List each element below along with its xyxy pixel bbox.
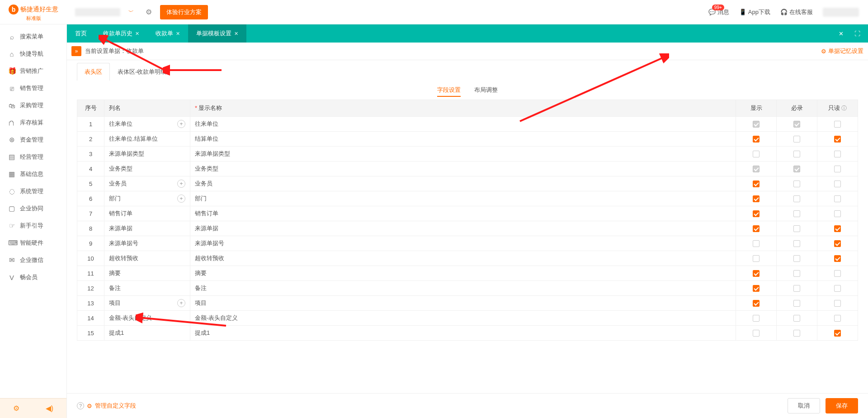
online-service-link[interactable]: 🎧在线客服 (780, 8, 813, 16)
add-icon[interactable]: + (177, 195, 185, 203)
sidebar-item-1[interactable]: ⌂快捷导航 (0, 45, 66, 62)
cell-display[interactable]: 来源单据类型 (190, 147, 736, 162)
page-tab-3[interactable]: 单据模板设置✕ (188, 24, 246, 43)
account-selector[interactable]: ﹀ ⚙ (75, 8, 152, 16)
checkbox[interactable] (834, 300, 841, 307)
cell-display[interactable]: 来源单据号 (190, 236, 736, 251)
settings-icon[interactable]: ⚙ (13, 404, 19, 413)
mode-tab-0[interactable]: 字段设置 (437, 84, 461, 97)
cell-display[interactable]: 来源单据 (190, 221, 736, 236)
memory-settings-link[interactable]: ⚙ 单据记忆设置 (821, 47, 863, 55)
sidebar-item-5[interactable]: ⛫库存核算 (0, 114, 66, 131)
help-circle-icon[interactable]: ? (77, 402, 84, 409)
area-tab-1[interactable]: 表体区-收款单明细 (110, 63, 174, 81)
cell-display[interactable]: 业务类型 (190, 162, 736, 176)
checkbox[interactable] (834, 270, 841, 277)
sidebar-item-3[interactable]: ⎚销售管理 (0, 80, 66, 97)
checkbox[interactable] (793, 315, 800, 322)
collapse-icon[interactable]: ◀) (46, 404, 53, 413)
sidebar-item-9[interactable]: ◌系统管理 (0, 183, 66, 200)
help-icon[interactable]: ⓘ (841, 105, 847, 111)
checkbox[interactable] (753, 330, 760, 337)
checkbox[interactable] (834, 330, 841, 337)
checkbox[interactable] (753, 270, 760, 277)
checkbox[interactable] (793, 136, 800, 142)
checkbox[interactable] (753, 151, 760, 157)
expand-toggle-icon[interactable]: » (71, 46, 81, 56)
checkbox[interactable] (834, 151, 841, 157)
sidebar-item-12[interactable]: ⌨智能硬件 (0, 234, 66, 252)
checkbox[interactable] (834, 136, 841, 142)
gear-icon[interactable]: ⚙ (146, 8, 152, 16)
cell-display[interactable]: 结算单位 (190, 132, 736, 147)
tab-close-icon[interactable]: ✕ (135, 31, 139, 37)
sidebar-item-6[interactable]: ⊛资金管理 (0, 131, 66, 148)
cell-display[interactable]: 备注 (190, 281, 736, 296)
checkbox[interactable] (753, 195, 760, 202)
page-tab-0[interactable]: 首页 (67, 24, 95, 43)
add-icon[interactable]: + (177, 180, 185, 188)
page-tab-2[interactable]: 收款单✕ (147, 24, 188, 43)
tab-close-icon[interactable]: ✕ (176, 31, 180, 37)
checkbox[interactable] (753, 285, 760, 292)
cell-display[interactable]: 销售订单 (190, 206, 736, 221)
checkbox[interactable] (793, 300, 800, 307)
checkbox[interactable] (834, 210, 841, 217)
checkbox[interactable] (753, 210, 760, 217)
checkbox[interactable] (793, 225, 800, 232)
cell-display[interactable]: 提成1 (190, 326, 736, 341)
add-icon[interactable]: + (177, 120, 185, 128)
sidebar-item-8[interactable]: ▦基础信息 (0, 166, 66, 183)
trial-button[interactable]: 体验行业方案 (160, 5, 208, 19)
checkbox[interactable] (793, 270, 800, 277)
app-download-link[interactable]: 📱App下载 (739, 8, 770, 16)
mode-tab-1[interactable]: 布局调整 (474, 84, 498, 97)
close-all-tabs-icon[interactable]: ✕ (835, 27, 847, 40)
sidebar-item-14[interactable]: V畅会员 (0, 269, 66, 286)
manage-custom-fields-link[interactable]: 管理自定义字段 (95, 402, 136, 410)
checkbox[interactable] (834, 166, 841, 172)
user-avatar-blurred[interactable] (823, 8, 859, 17)
sidebar-item-0[interactable]: ⌕搜索菜单 (0, 28, 66, 45)
checkbox[interactable] (834, 240, 841, 247)
cell-display[interactable]: 金额-表头自定义 (190, 311, 736, 326)
checkbox[interactable] (834, 285, 841, 292)
checkbox[interactable] (834, 315, 841, 322)
logo[interactable]: b 畅捷通好生意 标准版 (0, 0, 67, 24)
cell-display[interactable]: 往来单位 (190, 117, 736, 132)
checkbox[interactable] (753, 255, 760, 262)
sidebar-item-11[interactable]: ☞新手引导 (0, 217, 66, 234)
checkbox[interactable] (793, 255, 800, 262)
checkbox[interactable] (793, 180, 800, 187)
checkbox[interactable] (753, 180, 760, 187)
cell-display[interactable]: 部门 (190, 191, 736, 206)
add-icon[interactable]: + (177, 299, 185, 307)
cell-display[interactable]: 项目 (190, 296, 736, 311)
checkbox[interactable] (793, 330, 800, 337)
sidebar-item-2[interactable]: 🎁营销推广 (0, 62, 66, 80)
save-button[interactable]: 保存 (826, 398, 858, 413)
checkbox[interactable] (753, 300, 760, 307)
checkbox[interactable] (834, 121, 841, 128)
checkbox[interactable] (753, 225, 760, 232)
checkbox[interactable] (793, 240, 800, 247)
checkbox[interactable] (753, 240, 760, 247)
tab-close-icon[interactable]: ✕ (234, 31, 238, 37)
checkbox[interactable] (753, 136, 760, 142)
sidebar-item-7[interactable]: ▤经营管理 (0, 148, 66, 166)
checkbox[interactable] (793, 151, 800, 157)
fullscreen-icon[interactable]: ⛶ (851, 27, 863, 40)
checkbox[interactable] (834, 180, 841, 187)
checkbox[interactable] (793, 285, 800, 292)
checkbox[interactable] (793, 195, 800, 202)
checkbox[interactable] (753, 315, 760, 322)
cell-display[interactable]: 摘要 (190, 266, 736, 281)
cell-display[interactable]: 业务员 (190, 176, 736, 191)
area-tab-0[interactable]: 表头区 (77, 63, 110, 81)
page-tab-1[interactable]: 收款单历史✕ (95, 24, 147, 43)
checkbox[interactable] (793, 210, 800, 217)
checkbox[interactable] (834, 255, 841, 262)
messages-link[interactable]: 💬 消息 99+ (708, 8, 729, 16)
cancel-button[interactable]: 取消 (788, 398, 820, 413)
checkbox[interactable] (834, 195, 841, 202)
